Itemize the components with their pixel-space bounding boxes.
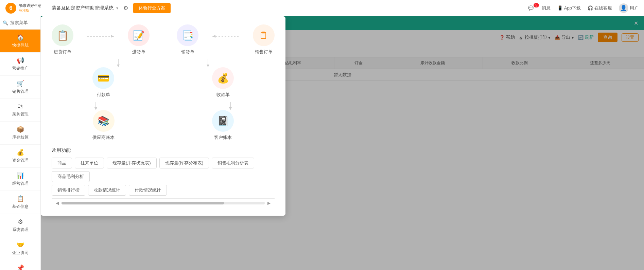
spacer4: [99, 102, 227, 110]
flow-purchase-order[interactable]: 📋 进货订单: [52, 24, 73, 55]
arrow-so-to-sb: [198, 33, 253, 40]
customer-ledger-circle: 📓: [212, 110, 234, 132]
scroll-track[interactable]: [62, 202, 265, 204]
user-menu-button[interactable]: 👤 用户: [619, 3, 639, 13]
sales-order-circle: 🗒: [253, 24, 275, 46]
sales-order-label: 销售订单: [255, 49, 273, 55]
newbie-icon: 📌: [17, 264, 24, 270]
flow-purchase-bill[interactable]: 📝 进货单: [128, 24, 150, 55]
finance-icon: 💰: [17, 149, 24, 156]
flow-sales-order[interactable]: 🗒 销售订单: [253, 24, 275, 55]
payment-bill-label: 付款单: [97, 92, 110, 98]
sales-bill-icon: 📑: [182, 30, 194, 41]
gear-button[interactable]: ⚙: [121, 3, 130, 13]
message-button[interactable]: 💬 5 消息: [528, 5, 551, 11]
sidebar-item-enterprise[interactable]: 🤝 企业协同: [0, 237, 40, 260]
purchase-order-circle: 📋: [52, 24, 73, 46]
btn-payment-stats[interactable]: 付款情况统计: [129, 185, 167, 196]
receipt-bill-circle: 💰: [212, 67, 234, 89]
supplier-ledger-label: 供应商账本: [92, 134, 115, 141]
search-icon: 🔍: [3, 20, 8, 25]
purchase-bill-icon: 📝: [133, 30, 145, 41]
purchase-order-icon: 📋: [57, 30, 69, 41]
marketing-icon: 📢: [17, 57, 24, 64]
customer-ledger-icon: 📓: [217, 115, 229, 127]
purchase-icon: 🛍: [17, 103, 23, 110]
sidebar-item-newbie[interactable]: 📌 新手引导: [0, 260, 40, 270]
empty-col-2: [239, 59, 261, 67]
customer-ledger-label: 客户账本: [214, 134, 232, 141]
dashed-arrow-left-1: [212, 33, 239, 40]
down-arrow-sb: [205, 59, 211, 67]
btn-sales-profit-table[interactable]: 销售毛利分析表: [212, 158, 254, 168]
btn-receipt-stats[interactable]: 收款情况统计: [88, 185, 126, 196]
top-bar: 6 畅康通好生意 标准版 装备及固定资产辅助管理系统 ▾ ⚙ 体验行业方案 💬 …: [0, 0, 644, 16]
sidebar-item-quick-nav[interactable]: 🏠 快捷导航: [0, 30, 40, 53]
flow-diagram: 📋 进货订单: [52, 24, 275, 141]
payment-bill-circle: 💳: [92, 67, 114, 89]
home-icon: 🏠: [17, 34, 24, 41]
operation-icon: 📊: [17, 172, 24, 179]
spacer2: [150, 59, 177, 67]
dialog-overlay[interactable]: 📋 进货订单: [41, 16, 644, 270]
flow-customer-ledger[interactable]: 📓 客户账本: [212, 110, 234, 141]
sidebar-item-marketing[interactable]: 📢 营销推广: [0, 53, 40, 76]
top-right-area: 💬 5 消息 📱 App下载 🎧 在线客服 👤 用户: [528, 3, 639, 13]
arrow-down-receipt: [227, 102, 234, 110]
common-functions-row2: 销售排行榜 收款情况统计 付款情况统计: [52, 185, 275, 196]
btn-inventory-status[interactable]: 现存量(库存状况表): [107, 158, 157, 168]
flow-sales-bill[interactable]: 📑 销货单: [177, 24, 198, 55]
sidebar-item-inventory[interactable]: 📦 库存核算: [0, 122, 40, 145]
sidebar-item-finance[interactable]: 💰 资金管理: [0, 145, 40, 168]
svg-marker-7: [207, 65, 209, 67]
system-icon: ⚙: [18, 218, 23, 226]
purchase-order-label: 进货订单: [54, 49, 71, 55]
system-dropdown-icon[interactable]: ▾: [116, 6, 118, 11]
sidebar-item-operation[interactable]: 📊 经营管理: [0, 168, 40, 191]
logo-text: 畅康通好生意 标准版: [19, 3, 41, 13]
online-service-button[interactable]: 🎧 在线客服: [588, 5, 612, 11]
common-functions-row1: 商品 往来单位 现存量(库存状况表) 现存量(库存分布表) 销售毛利分析表 商品…: [52, 158, 275, 182]
logo-icon: 6: [5, 3, 16, 14]
sidebar-item-sales[interactable]: 🛒 销售管理: [0, 76, 40, 99]
download-icon: 📱: [557, 5, 563, 11]
purchase-bill-label: 进货单: [132, 49, 145, 55]
btn-sales-ranking[interactable]: 销售排行榜: [52, 185, 85, 196]
sidebar-item-system[interactable]: ⚙ 系统管理: [0, 214, 40, 237]
logo-area: 6 畅康通好生意 标准版: [5, 3, 46, 14]
dashed-arrow-right-1: [87, 33, 114, 40]
flow-supplier-ledger[interactable]: 📚 供应商账本: [92, 110, 115, 141]
receipt-bill-icon: 💰: [217, 73, 229, 84]
main-layout: 🔍 搜索菜单 🏠 快捷导航 📢 营销推广 🛒 销售管理 🛍 采购管理 📦 库存核…: [0, 16, 644, 270]
btn-inventory-dist[interactable]: 现存量(库存分布表): [159, 158, 209, 168]
search-menu[interactable]: 🔍 搜索菜单: [0, 16, 40, 30]
supplier-ledger-circle: 📚: [93, 110, 115, 132]
common-functions-title: 常用功能: [52, 147, 275, 154]
svg-marker-5: [117, 65, 120, 67]
sidebar-item-basic-info[interactable]: 📋 基础信息: [0, 191, 40, 214]
payment-bill-icon: 💳: [98, 73, 109, 84]
app-download-button[interactable]: 📱 App下载: [557, 5, 581, 11]
supplier-ledger-icon: 📚: [98, 115, 109, 127]
arrow-down-pb: [115, 59, 122, 67]
common-functions-section: 常用功能 商品 往来单位 现存量(库存状况表) 现存量(库存分布表) 销售毛利分…: [52, 147, 275, 196]
scroll-left-arrow[interactable]: ◀: [56, 201, 59, 205]
flow-payment-bill[interactable]: 💳 付款单: [92, 67, 114, 98]
inventory-icon: 📦: [17, 126, 24, 133]
scroll-thumb: [62, 202, 224, 204]
svg-marker-9: [94, 107, 97, 110]
down-arrow-receipt: [227, 102, 234, 110]
message-icon: 💬: [528, 5, 534, 11]
btn-goods-profit[interactable]: 商品毛利分析: [52, 171, 90, 182]
arrow-down-sb: [205, 59, 211, 67]
trial-button[interactable]: 体验行业方案: [133, 3, 171, 13]
flow-receipt-bill[interactable]: 💰 收款单: [212, 67, 234, 98]
arrow-po-to-pb: [73, 33, 128, 40]
btn-goods[interactable]: 商品: [52, 158, 72, 168]
svg-marker-11: [229, 107, 232, 110]
btn-partners[interactable]: 往来单位: [75, 158, 104, 168]
scroll-right-arrow[interactable]: ▶: [267, 201, 271, 205]
sidebar-item-purchase[interactable]: 🛍 采购管理: [0, 99, 40, 122]
sales-bill-label: 销货单: [181, 49, 194, 55]
purchase-bill-circle: 📝: [128, 24, 150, 46]
